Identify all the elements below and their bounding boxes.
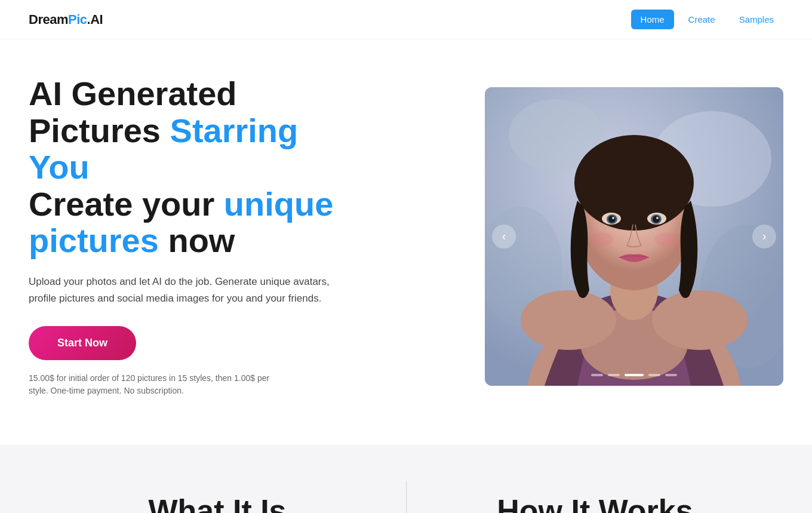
what-it-is-title: What It Is bbox=[53, 493, 382, 513]
logo: DreamPic.AI bbox=[29, 12, 103, 27]
svg-point-21 bbox=[655, 232, 679, 247]
how-it-works-section: How It Works bbox=[406, 481, 783, 513]
portrait-illustration bbox=[485, 87, 783, 386]
carousel-dot-5[interactable] bbox=[665, 374, 677, 376]
hero-title-line2-black: Pictures bbox=[29, 112, 170, 149]
bottom-grid: What It Is How It Works bbox=[29, 481, 783, 513]
nav-create[interactable]: Create bbox=[679, 10, 725, 29]
svg-point-20 bbox=[589, 232, 613, 247]
carousel-dot-2[interactable] bbox=[608, 374, 620, 376]
carousel-dot-4[interactable] bbox=[648, 374, 660, 376]
what-it-is-section: What It Is bbox=[29, 481, 406, 513]
nav-samples[interactable]: Samples bbox=[730, 10, 783, 29]
chevron-right-icon: › bbox=[762, 229, 767, 243]
svg-point-17 bbox=[653, 216, 660, 223]
hero-title-starring: Starring bbox=[170, 112, 299, 149]
bottom-section: What It Is How It Works bbox=[0, 445, 812, 513]
nav-links: Home Create Samples bbox=[631, 10, 783, 29]
logo-dream: Dream bbox=[29, 12, 68, 27]
carousel: ‹ › bbox=[485, 87, 783, 386]
navbar: DreamPic.AI Home Create Samples bbox=[0, 0, 812, 39]
hero-title-line1: AI Generated bbox=[29, 75, 237, 112]
carousel-dot-3[interactable] bbox=[625, 374, 644, 376]
hero-title-unique: unique bbox=[224, 185, 334, 223]
svg-point-7 bbox=[521, 290, 616, 350]
svg-point-8 bbox=[652, 290, 748, 350]
hero-section: AI Generated Pictures Starring You Creat… bbox=[0, 39, 812, 445]
svg-point-11 bbox=[574, 135, 694, 231]
how-it-works-title: How It Works bbox=[430, 493, 759, 513]
hero-title-now: now bbox=[159, 222, 235, 259]
logo-ai: .AI bbox=[87, 12, 103, 27]
hero-description: Upload your photos and let AI do the job… bbox=[29, 274, 339, 307]
carousel-prev-button[interactable]: ‹ bbox=[492, 225, 516, 248]
nav-home[interactable]: Home bbox=[631, 10, 674, 29]
hero-content: AI Generated Pictures Starring You Creat… bbox=[29, 75, 387, 397]
hero-title-create: Create your bbox=[29, 185, 224, 223]
start-now-button[interactable]: Start Now bbox=[29, 326, 136, 360]
pricing-note: 15.00$ for initial order of 120 pictures… bbox=[29, 372, 279, 397]
svg-point-16 bbox=[608, 216, 616, 223]
hero-image-carousel: ‹ › bbox=[485, 87, 783, 386]
carousel-dots bbox=[591, 374, 677, 376]
svg-point-19 bbox=[656, 217, 659, 219]
hero-title-pictures: pictures bbox=[29, 222, 159, 259]
hero-title-you: You bbox=[29, 148, 90, 186]
carousel-dot-1[interactable] bbox=[591, 374, 603, 376]
logo-pic: Pic bbox=[68, 12, 87, 27]
carousel-image bbox=[485, 87, 783, 386]
hero-title: AI Generated Pictures Starring You Creat… bbox=[29, 75, 387, 259]
chevron-left-icon: ‹ bbox=[502, 229, 506, 243]
svg-point-18 bbox=[612, 217, 614, 219]
carousel-next-button[interactable]: › bbox=[752, 225, 776, 248]
